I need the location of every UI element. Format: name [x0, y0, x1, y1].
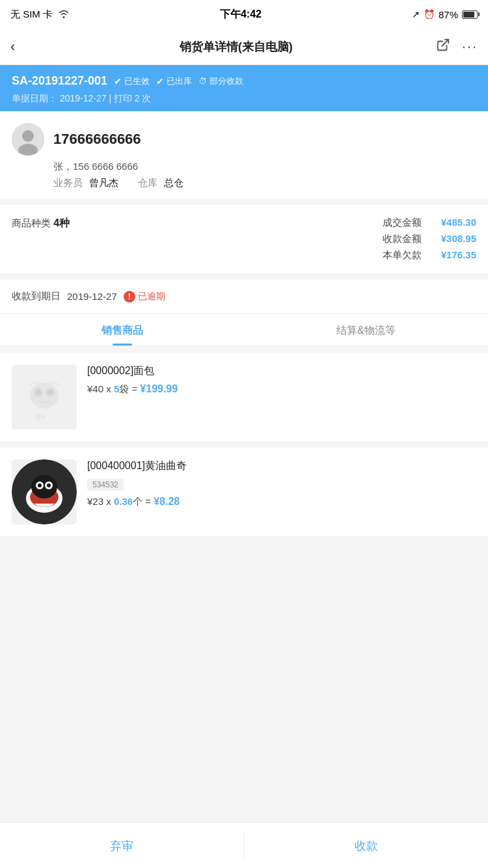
product-price-bread: ¥40 x 5袋 = ¥199.99 [87, 383, 476, 396]
svg-point-8 [36, 390, 41, 395]
product-info-bread: [0000002]面包 ¥40 x 5袋 = ¥199.99 [87, 364, 476, 396]
svg-point-9 [47, 390, 53, 395]
product-item-bread: 管+ [0000002]面包 ¥40 x 5袋 = ¥199.99 [0, 353, 488, 441]
clock-icon: ⏱ [198, 76, 207, 86]
product-batch-badge: 534532 [87, 479, 124, 491]
product-name-bread: [0000002]面包 [87, 364, 476, 378]
battery-icon [462, 10, 478, 19]
check-effective-icon: ✔ [114, 76, 122, 87]
bottom-bar: 弃审 收款 [0, 822, 488, 868]
customer-name-phone: 张，156 6666 6666 [53, 161, 476, 173]
deal-amount-row: 成交金额 ¥485.30 [383, 217, 476, 229]
product-thumbnail-bread: 管+ [12, 364, 77, 429]
stats-section: 商品种类 4种 成交金额 ¥485.30 收款金额 ¥308.95 本单欠款 ¥… [0, 205, 488, 273]
due-label: 收款到期日 [12, 290, 61, 303]
tab-settlement[interactable]: 结算&物流等 [244, 314, 488, 346]
customer-meta: 业务员 曾凡杰 仓库 总仓 [53, 177, 476, 189]
product-name-cookie: [000400001]黄油曲奇 [87, 459, 476, 473]
alarm-icon: ⏰ [424, 9, 435, 20]
header-banner: SA-20191227-001 ✔ 已生效 ✔ 已出库 ⏱ 部分收款 单据日期：… [0, 65, 488, 111]
battery-label: 87% [439, 9, 458, 20]
product-type-count: 商品种类 4种 [12, 217, 70, 230]
due-date-value: 2019-12-27 [67, 291, 117, 302]
customer-account: 17666666666 [53, 131, 141, 148]
order-number: SA-20191227-001 [12, 74, 107, 88]
owed-row: 本单欠款 ¥176.35 [383, 249, 476, 262]
svg-point-2 [22, 130, 34, 142]
svg-point-5 [30, 383, 59, 409]
product-thumbnail-cookie [12, 459, 77, 524]
product-item-cookie: [000400001]黄油曲奇 534532 ¥23 x 0.36个 = ¥8.… [0, 448, 488, 536]
product-price-cookie: ¥23 x 0.36个 = ¥8.28 [87, 496, 476, 508]
avatar [12, 123, 44, 156]
sim-label: 无 SIM 卡 [10, 8, 53, 21]
share-button[interactable] [436, 38, 450, 55]
product-info-cookie: [000400001]黄油曲奇 534532 ¥23 x 0.36个 = ¥8.… [87, 459, 476, 508]
svg-text:管+: 管+ [35, 413, 46, 420]
svg-point-14 [31, 475, 57, 498]
wifi-icon [58, 9, 70, 20]
status-right: ↗ ⏰ 87% [412, 9, 478, 20]
status-shipped: ✔ 已出库 [156, 75, 192, 87]
check-shipped-icon: ✔ [156, 76, 164, 87]
confirm-button[interactable]: 收款 [245, 823, 489, 868]
cancel-button[interactable]: 弃审 [0, 823, 244, 868]
customer-section: 17666666666 张，156 6666 6666 业务员 曾凡杰 仓库 总… [0, 111, 488, 198]
status-bar: 无 SIM 卡 下午4:42 ↗ ⏰ 87% [0, 0, 488, 29]
status-effective: ✔ 已生效 [114, 75, 150, 87]
back-button[interactable]: ‹ [10, 38, 36, 55]
nav-actions: ··· [436, 38, 478, 55]
more-button[interactable]: ··· [462, 38, 478, 55]
svg-point-18 [47, 483, 51, 487]
customer-top: 17666666666 [12, 123, 476, 156]
status-left: 无 SIM 卡 [10, 8, 70, 21]
warehouse: 仓库 总仓 [138, 177, 183, 189]
received-row: 收款金额 ¥308.95 [383, 233, 476, 245]
amounts: 成交金额 ¥485.30 收款金额 ¥308.95 本单欠款 ¥176.35 [383, 217, 476, 262]
due-date-section: 收款到期日 2019-12-27 ! 已逾期 [0, 280, 488, 314]
svg-line-0 [442, 40, 448, 46]
overdue-badge: ! 已逾期 [124, 291, 165, 303]
tab-sales-products[interactable]: 销售商品 [0, 314, 244, 346]
order-info-row: SA-20191227-001 ✔ 已生效 ✔ 已出库 ⏱ 部分收款 [12, 74, 476, 88]
location-icon: ↗ [412, 9, 420, 20]
svg-point-17 [38, 483, 42, 487]
page-title: 销货单详情(来自电脑) [36, 39, 436, 55]
sales-rep: 业务员 曾凡杰 [53, 177, 118, 189]
product-list: 管+ [0000002]面包 ¥40 x 5袋 = ¥199.99 [0, 353, 488, 536]
nav-bar: ‹ 销货单详情(来自电脑) ··· [0, 29, 488, 65]
status-time: 下午4:42 [220, 8, 262, 21]
tabs-row: 销售商品 结算&物流等 [0, 314, 488, 346]
status-payment: ⏱ 部分收款 [198, 75, 243, 87]
overdue-icon: ! [124, 291, 135, 303]
order-date-row: 单据日期： 2019-12-27 | 打印 2 次 [12, 93, 476, 105]
